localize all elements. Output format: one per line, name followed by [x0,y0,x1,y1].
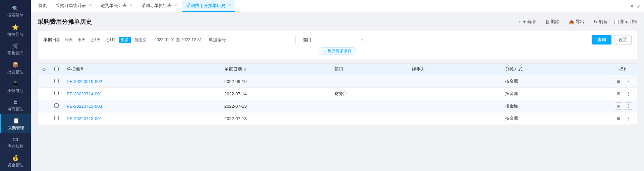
tab-purchase-order-exec-close[interactable]: ✕ [174,3,177,8]
sidebar-item-ecom[interactable]: 🖥 电商管理 [0,96,31,114]
th-dept-label: 部门 [334,67,343,72]
sort-docnum-icon[interactable]: ⇅ [86,68,89,71]
docnum-link-1[interactable]: PE-20220714-001 [67,91,102,96]
tab-close-all-button[interactable]: ✕ [630,3,634,9]
refresh-button[interactable]: ↻ 刷新 [591,17,610,26]
search-icon: 🔍 [0,5,31,12]
docnum-link-2[interactable]: PE-20220713-003 [67,104,102,109]
filter-btn-more[interactable]: 更多 [119,37,131,43]
add-button[interactable]: ＋ + 新增 [515,17,538,26]
td-handler-3 [408,112,501,125]
th-splitmethod-label: 分摊方式 [505,67,523,72]
row-checkbox-2[interactable] [54,103,59,108]
add-label: + 新增 [523,19,536,25]
filter-btn-today[interactable]: 今天 [76,37,87,43]
filter-btn-custom[interactable]: 自定义 [133,37,148,43]
docnum-link-0[interactable]: PE-20220919-002 [67,79,102,84]
sidebar-item-quicknav-label: 快捷导航 [7,32,23,37]
action-edit-3[interactable]: ⊞ [615,115,622,122]
docnum-link-3[interactable]: PE-20220713-001 [67,116,102,121]
retail-icon: 🛒 [12,43,19,49]
td-settings-0 [38,75,50,88]
sidebar-item-purchase[interactable]: 📋 采购管理 [0,114,31,133]
filter-dept-select[interactable]: 财务部 [314,36,363,44]
tab-purchase-goods-stats[interactable]: 进货单统计表 ✕ [97,0,137,12]
tab-purchase-order-exec[interactable]: 采购订单执行表 ✕ [137,0,181,12]
tab-restore-button[interactable]: ⤢ [637,3,641,9]
tab-purchase-cost-split[interactable]: 采购费用分摊单历史 ✕ [182,0,235,12]
sidebar-item-wholesale[interactable]: 📦 批发管理 [0,58,31,77]
action-more-0[interactable]: ⋮ [625,78,632,85]
sidebar-item-retail[interactable]: 🛒 零售管理 [0,39,31,58]
ecom-icon: 🖥 [13,99,18,105]
show-detail-check-input[interactable] [614,20,619,24]
select-all-checkbox[interactable] [54,67,59,71]
td-checkbox-3[interactable] [50,112,63,125]
filter-btn-7days[interactable]: 近7天 [89,37,102,43]
td-dept-1: 财务部 [330,88,408,100]
star-icon: ⭐ [12,24,19,30]
sidebar-item-inventory[interactable]: 🗃 库存核算 [0,133,31,151]
tab-purchase-order-stats-close[interactable]: ✕ [89,3,92,8]
content-area: 采购费用分摊单历史 ＋ + 新增 🗑 删除 📤 导出 ↻ 刷新 [31,12,644,171]
tab-purchase-cost-split-close[interactable]: ✕ [228,3,231,8]
data-table: ⚙ 单据编号 ⇅ 单据日期 ⇅ [38,64,637,125]
sidebar-item-quicknav[interactable]: ⭐ 快捷导航 [0,21,31,39]
th-docdate-label: 单据日期 [224,67,242,72]
add-icon: ＋ [518,19,522,25]
sidebar-item-finance[interactable]: 💰 资金管理 [0,151,31,170]
filter-dept-group: 部门 财务部 ▾ [303,36,363,44]
sort-docdate-icon[interactable]: ⇅ [244,68,246,71]
table-body: PE-20220919-002 2022-09-19 按金额 ⊞ ⋮ PE-20… [38,75,637,125]
filter-btn-1month[interactable]: 近1月 [104,37,117,43]
td-docnum-1: PE-20220714-001 [63,88,220,100]
sidebar-item-mini[interactable]: 📱 小畅电商 [0,77,31,96]
tab-purchase-goods-stats-close[interactable]: ✕ [129,3,132,8]
td-docnum-0: PE-20220919-002 [63,75,220,88]
expand-conditions-button[interactable]: ⌄ 展开更多条件 [319,47,356,55]
td-settings-1 [38,88,50,100]
td-docdate-1: 2022-07-14 [220,88,330,100]
filter-date-label: 单据日期 [43,37,61,43]
tab-purchase-order-exec-label: 采购订单执行表 [141,3,172,9]
sort-handler-icon[interactable]: ⇅ [427,68,430,71]
delete-label: 删除 [551,19,559,25]
td-handler-0 [408,75,501,88]
td-checkbox-1[interactable] [50,88,63,100]
sort-splitmethod-icon[interactable]: ⇅ [524,68,527,71]
td-actions-3: ⊞ ⋮ [610,112,637,125]
filter-docnum-input[interactable] [229,36,296,44]
filter-btn-yesterday[interactable]: 昨天 [63,37,74,43]
filter-area: 单据日期 昨天 今天 近7天 近1月 更多 自定义 2022-01-01 至 2… [38,31,637,59]
action-more-3[interactable]: ⋮ [625,115,632,122]
action-more-1[interactable]: ⋮ [625,90,632,97]
table-row: PE-20220713-001 2022-07-13 按金额 ⊞ ⋮ [38,112,637,125]
td-checkbox-0[interactable] [50,75,63,88]
query-button[interactable]: 查询 [592,35,611,45]
table-header-row: ⚙ 单据编号 ⇅ 单据日期 ⇅ [38,64,637,75]
tab-purchase-order-stats[interactable]: 采购订单统计表 ✕ [52,0,96,12]
delete-button[interactable]: 🗑 删除 [542,17,562,26]
settings-button[interactable]: 设置 [614,35,632,45]
show-detail-checkbox[interactable]: 显示明细 [614,19,637,25]
row-checkbox-3[interactable] [54,116,59,120]
td-dept-3 [330,112,408,125]
td-checkbox-2[interactable] [50,100,63,112]
th-settings[interactable]: ⚙ [38,64,50,75]
filter-date-group: 单据日期 昨天 今天 近7天 近1月 更多 自定义 [43,37,148,43]
gear-icon[interactable]: ⚙ [42,67,46,72]
sort-dept-icon[interactable]: ⇅ [345,68,348,71]
tab-home[interactable]: 首页 [34,0,51,12]
action-edit-1[interactable]: ⊞ [615,90,622,97]
action-more-2[interactable]: ⋮ [625,102,632,110]
td-handler-2 [408,100,501,112]
td-splitmethod-2: 按金额 [501,100,610,112]
action-edit-0[interactable]: ⊞ [615,78,622,85]
row-checkbox-0[interactable] [54,79,59,83]
sidebar-item-search-label: 搜索菜单 [0,12,31,18]
th-docnum: 单据编号 ⇅ [63,64,220,75]
action-edit-2[interactable]: ⊞ [615,102,622,110]
row-checkbox-1[interactable] [54,91,59,95]
export-button[interactable]: 📤 导出 [566,17,587,26]
sidebar-item-search[interactable]: 🔍 搜索菜单 [0,3,31,21]
